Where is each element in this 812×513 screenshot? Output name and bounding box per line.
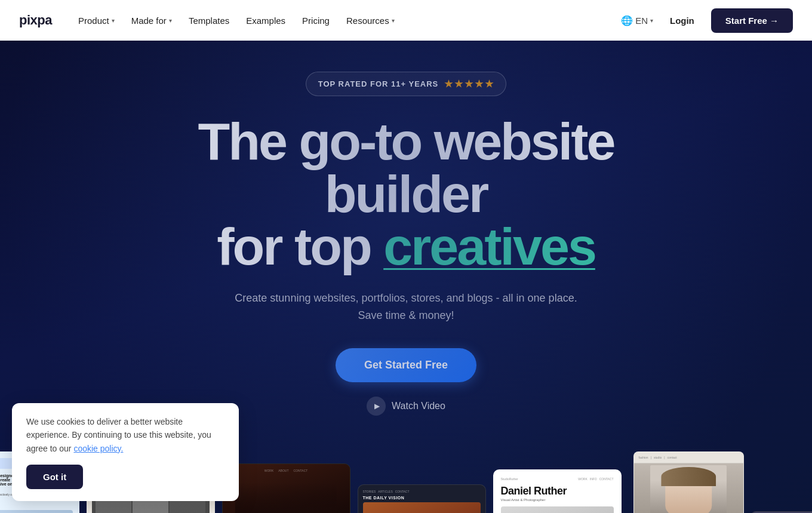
screenshot-card-3: WORKABOUTCONTACT — [222, 463, 350, 513]
chevron-down-icon: ▾ — [112, 17, 115, 24]
chevron-down-icon: ▾ — [392, 17, 395, 24]
globe-icon: 🌐 — [621, 15, 633, 26]
star-5: ★ — [485, 78, 494, 90]
screenshot-card-4: STORIESARTICLESCONTACT THE DAILY VISION … — [358, 484, 486, 513]
cookie-policy-link[interactable]: cookie policy. — [73, 444, 123, 453]
star-3: ★ — [465, 78, 473, 90]
screenshot-card-5: StudioRuther WORKINFOCONTACT Daniel Ruth… — [493, 469, 622, 513]
hero-highlight: creatives — [383, 217, 595, 276]
chevron-down-icon: ▾ — [169, 17, 172, 24]
cookie-accept-button[interactable]: Got it — [26, 465, 83, 489]
nav-link-product[interactable]: Product ▾ — [71, 11, 122, 30]
cookie-banner: We use cookies to deliver a better websi… — [12, 403, 239, 501]
chevron-down-icon: ▾ — [650, 17, 653, 24]
star-1: ★ — [444, 78, 453, 90]
play-icon: ▶ — [367, 397, 386, 416]
nav-link-resources[interactable]: Resources ▾ — [339, 11, 402, 30]
star-4: ★ — [475, 78, 484, 90]
nav-link-examples[interactable]: Examples — [239, 11, 293, 30]
nav-links: Product ▾ Made for ▾ Templates Examples … — [71, 11, 402, 30]
top-rated-badge: TOP RATED FOR 11+ YEARS ★ ★ ★ ★ ★ — [306, 72, 507, 96]
get-started-button[interactable]: Get Started Free — [336, 348, 476, 382]
screenshot-card-7: Adrine Williams — [751, 511, 813, 513]
screenshot-card-6: fashion|studio|contact — [633, 451, 744, 513]
nav-link-made-for[interactable]: Made for ▾ — [124, 11, 179, 30]
cookie-message: We use cookies to deliver a better websi… — [26, 415, 224, 455]
star-2: ★ — [454, 78, 463, 90]
nav-link-templates[interactable]: Templates — [182, 11, 236, 30]
nav-link-pricing[interactable]: Pricing — [295, 11, 337, 30]
nav-left: pixpa Product ▾ Made for ▾ Templates Exa… — [19, 11, 402, 30]
logo[interactable]: pixpa — [19, 13, 52, 28]
hero-title: The go-to website builder for top creati… — [113, 115, 699, 273]
login-button[interactable]: Login — [663, 11, 702, 30]
watch-video-link[interactable]: ▶ Watch Video — [367, 397, 445, 416]
language-selector[interactable]: 🌐 EN ▾ — [621, 15, 653, 26]
start-free-button[interactable]: Start Free → — [711, 8, 793, 33]
nav-right: 🌐 EN ▾ Login Start Free → — [621, 8, 793, 33]
navbar: pixpa Product ▾ Made for ▾ Templates Exa… — [0, 0, 812, 41]
star-rating: ★ ★ ★ ★ ★ — [444, 78, 494, 90]
hero-subtitle: Create stunning websites, portfolios, st… — [227, 290, 585, 324]
